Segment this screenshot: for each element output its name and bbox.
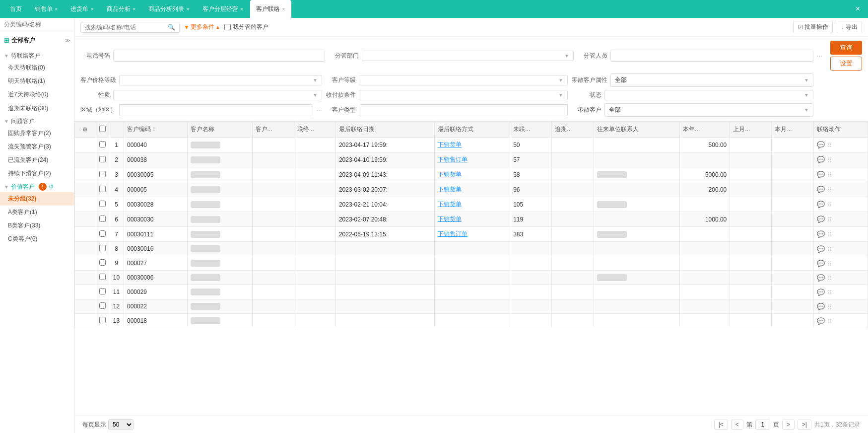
- contact-method-link[interactable]: 下销货单: [438, 141, 462, 148]
- row-checkbox[interactable]: [99, 259, 106, 266]
- status-select[interactable]: ▼: [604, 90, 813, 100]
- page-size-select[interactable]: 50 20 100: [108, 419, 134, 430]
- tab-purchase[interactable]: 进货单 ×: [65, 0, 99, 18]
- col-unit-contact[interactable]: 往来单位联系人: [594, 122, 680, 138]
- sidebar-item-churned[interactable]: 已流失客户(24): [0, 153, 74, 167]
- main-search-icon[interactable]: 🔍: [168, 24, 175, 31]
- value-customer-label[interactable]: ▼ 价值客户 ! ↺: [0, 181, 74, 192]
- col-last-contact-date[interactable]: 最后联络日期: [335, 122, 434, 138]
- contact-method-link[interactable]: 下销售订单: [438, 230, 467, 237]
- customer-type-input[interactable]: [359, 104, 568, 116]
- row-checkbox[interactable]: [99, 302, 106, 309]
- sidebar-item-abnormal[interactable]: 固购异常客户(2): [0, 127, 74, 140]
- message-action-icon[interactable]: 💬: [817, 303, 825, 310]
- close-purchase-tab[interactable]: ×: [90, 6, 93, 12]
- col-last-month[interactable]: 上月...: [730, 122, 772, 138]
- col-no-contact[interactable]: 未联...: [510, 122, 552, 138]
- col-this-month[interactable]: 本月...: [772, 122, 813, 138]
- tab-product-analysis-list[interactable]: 商品分析列表 ×: [142, 0, 195, 18]
- col-contact[interactable]: 联络...: [294, 122, 335, 138]
- tab-customer-segment[interactable]: 客户分层经营 ×: [197, 0, 249, 18]
- manager-more-icon[interactable]: ···: [816, 52, 822, 60]
- sidebar-search-input[interactable]: [4, 21, 74, 28]
- reset-button[interactable]: 设置: [830, 57, 862, 71]
- price-grade-select[interactable]: ▼: [119, 75, 322, 85]
- message-action-icon[interactable]: 💬: [817, 186, 825, 193]
- col-customer-name[interactable]: 客户名称: [187, 122, 252, 138]
- pending-contact-label[interactable]: ▼ 待联络客户: [0, 50, 74, 61]
- close-customer-segment-tab[interactable]: ×: [240, 6, 243, 12]
- message-action-icon[interactable]: 💬: [817, 230, 825, 238]
- col-contact-action[interactable]: 联络动作: [813, 122, 868, 138]
- col-overdue[interactable]: 逾期...: [552, 122, 594, 138]
- contact-method-link[interactable]: 下销货单: [438, 171, 462, 178]
- grid-action-icon[interactable]: ⁝⁝: [828, 171, 832, 178]
- grid-action-icon[interactable]: ⁝⁝: [828, 201, 832, 208]
- next-page-btn[interactable]: >: [782, 420, 795, 430]
- grid-action-icon[interactable]: ⁝⁝: [828, 230, 832, 238]
- more-conditions-btn[interactable]: ▼ 更多条件 ▲: [184, 23, 220, 31]
- all-customers-header[interactable]: ⊞ 全部客户 ≫: [0, 33, 74, 48]
- col-customer-code[interactable]: 客户编码 ⠿: [124, 122, 187, 138]
- message-action-icon[interactable]: 💬: [817, 171, 825, 178]
- message-action-icon[interactable]: 💬: [817, 245, 825, 253]
- page-number-input[interactable]: [755, 420, 770, 430]
- close-product-analysis-list-tab[interactable]: ×: [186, 6, 189, 12]
- main-search-input[interactable]: [85, 24, 166, 31]
- row-checkbox[interactable]: [99, 141, 106, 147]
- sidebar-item-churn-warning[interactable]: 流失预警客户(3): [0, 140, 74, 153]
- nature-select[interactable]: ▼: [113, 90, 322, 100]
- close-sales-tab[interactable]: ×: [55, 6, 58, 12]
- grid-action-icon[interactable]: ⁝⁝: [828, 274, 832, 282]
- grid-action-icon[interactable]: ⁝⁝: [828, 303, 832, 310]
- tab-customer-contact[interactable]: 客户联络 ×: [250, 0, 291, 18]
- grid-action-icon[interactable]: ⁝⁝: [828, 141, 832, 148]
- row-checkbox[interactable]: [99, 216, 106, 222]
- message-action-icon[interactable]: 💬: [817, 317, 825, 325]
- export-button[interactable]: ↓ 导出: [837, 21, 862, 33]
- close-all-icon[interactable]: ×: [852, 4, 864, 13]
- refresh-icon[interactable]: ↺: [49, 183, 54, 190]
- tab-product-analysis[interactable]: 商品分析 ×: [101, 0, 141, 18]
- message-action-icon[interactable]: 💬: [817, 216, 825, 223]
- customer-grade-select[interactable]: ▼: [359, 75, 568, 85]
- row-checkbox[interactable]: [99, 156, 106, 162]
- row-checkbox[interactable]: [99, 230, 106, 237]
- message-action-icon[interactable]: 💬: [817, 260, 825, 267]
- grid-action-icon[interactable]: ⁝⁝: [828, 260, 832, 267]
- row-checkbox[interactable]: [99, 186, 106, 192]
- tab-home[interactable]: 首页: [4, 0, 28, 18]
- grid-action-icon[interactable]: ⁝⁝: [828, 186, 832, 193]
- retail-attr-select[interactable]: 全部 ▼: [610, 73, 813, 87]
- grid-action-icon[interactable]: ⁝⁝: [828, 289, 832, 296]
- row-checkbox[interactable]: [99, 201, 106, 207]
- select-all-checkbox[interactable]: [99, 126, 106, 132]
- sidebar-item-class-a[interactable]: A类客户(1): [0, 206, 74, 219]
- message-action-icon[interactable]: 💬: [817, 274, 825, 282]
- close-customer-contact-tab[interactable]: ×: [282, 6, 285, 12]
- batch-op-button[interactable]: ☑ 批量操作: [793, 21, 833, 33]
- message-action-icon[interactable]: 💬: [817, 156, 825, 163]
- col-last-contact-method[interactable]: 最后联络方式: [434, 122, 510, 138]
- sidebar-item-class-b[interactable]: B类客户(33): [0, 219, 74, 232]
- region-input[interactable]: [119, 104, 313, 116]
- query-button[interactable]: 查询: [830, 41, 862, 55]
- row-checkbox[interactable]: [99, 245, 106, 251]
- col-this-year[interactable]: 本年...: [680, 122, 730, 138]
- row-checkbox[interactable]: [99, 317, 106, 323]
- close-product-analysis-tab[interactable]: ×: [133, 6, 135, 12]
- my-customers-checkbox[interactable]: 我分管的客户: [224, 23, 268, 31]
- col-settings[interactable]: ⚙: [75, 122, 96, 138]
- grid-action-icon[interactable]: ⁝⁝: [828, 156, 832, 163]
- tab-sales[interactable]: 销售单 ×: [29, 0, 64, 18]
- grid-action-icon[interactable]: ⁝⁝: [828, 317, 832, 325]
- row-checkbox[interactable]: [99, 171, 106, 177]
- my-customers-input[interactable]: [224, 24, 231, 30]
- message-action-icon[interactable]: 💬: [817, 141, 825, 148]
- retail-customer-select[interactable]: 全部 ▼: [604, 103, 813, 117]
- contact-method-link[interactable]: 下销货单: [438, 186, 462, 193]
- first-page-btn[interactable]: |<: [714, 420, 728, 430]
- sidebar-item-declining[interactable]: 持续下滑客户(2): [0, 167, 74, 180]
- manager-input[interactable]: [610, 50, 813, 62]
- sidebar-item-tomorrow-pending[interactable]: 明天待联络(1): [0, 74, 74, 88]
